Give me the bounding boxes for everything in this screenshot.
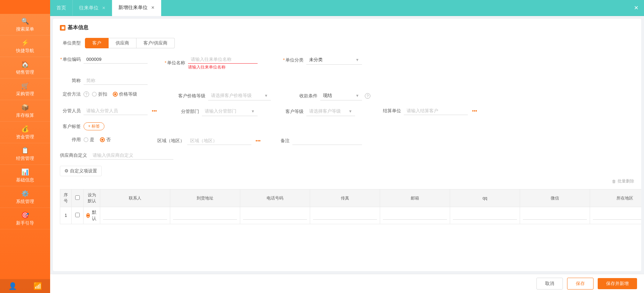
logo-area	[0, 0, 50, 14]
region-more-icon[interactable]: •••	[254, 138, 262, 144]
sidebar-item-inventory[interactable]: 📦 库存核算	[0, 100, 50, 122]
batch-delete-area: 🗑 批量删除	[60, 176, 634, 186]
unit-type-supplier-btn[interactable]: 供应商	[109, 38, 136, 48]
row-region-input[interactable]	[593, 211, 641, 220]
department-field: 分管部门 请输入分管部门 ▼	[178, 107, 283, 116]
col-address: 到货地址	[170, 189, 240, 207]
contacts-table: 序号 设为默认 联系人 到货地址 电话号码 传真 邮箱 qq 微信 所在地区 操…	[60, 189, 641, 224]
manager-row: 分管人员 ••• 分管部门 请输入分管部门 ▼ 客户等级 请选择客户等级 ▼	[60, 107, 634, 116]
content-area: ▣ 基本信息 单位类型 客户 供应商 客户/供应商 *单位编	[53, 19, 641, 271]
sidebar-item-quick-nav[interactable]: ⚡ 快捷导航	[0, 35, 50, 57]
department-select[interactable]: 请输入分管部门 ▼	[202, 107, 258, 116]
row-qq-input[interactable]	[453, 211, 517, 220]
tab-home[interactable]: 首页	[50, 0, 73, 16]
unit-type-both-btn[interactable]: 客户/供应商	[136, 38, 175, 48]
sidebar-item-sales[interactable]: 🏠 销售管理	[0, 57, 50, 79]
quick-nav-icon: ⚡	[21, 39, 29, 47]
payment-terms-help-icon[interactable]: ?	[365, 93, 370, 99]
sidebar-item-basics[interactable]: 📊 基础信息	[0, 165, 50, 186]
sidebar-item-operations[interactable]: 📋 经营管理	[0, 143, 50, 165]
manager-field: 分管人员 •••	[60, 107, 178, 115]
tab-bar: 首页 往来单位 ✕ 新增往来单位 ✕ ✕	[50, 0, 644, 16]
tab-partner-close-icon[interactable]: ✕	[102, 6, 105, 10]
sidebar-item-purchase[interactable]: 🛒 采购管理	[0, 79, 50, 100]
abbr-field: 简称	[60, 76, 164, 85]
sidebar-label-search: 搜索菜单	[16, 26, 34, 32]
row-fax-input[interactable]	[313, 211, 377, 220]
col-email: 邮箱	[380, 189, 450, 207]
payment-terms-select[interactable]: 现结 ▼	[320, 91, 362, 100]
disabled-yes-radio[interactable]	[84, 137, 88, 142]
row-phone-input[interactable]	[243, 211, 307, 220]
sidebar-item-finance[interactable]: 💰 资金管理	[0, 122, 50, 143]
disabled-no-radio[interactable]	[100, 137, 105, 142]
user-icon[interactable]: 👤	[8, 282, 17, 290]
tab-new-partner-label: 新增往来单位	[118, 5, 148, 11]
col-contact: 联系人	[100, 189, 170, 207]
unit-name-field-wrap: 请输入往来单位名称	[188, 55, 258, 70]
customer-price-level-arrow-icon: ▼	[264, 93, 268, 98]
save-button[interactable]: 保存	[567, 278, 594, 290]
save-new-button[interactable]: 保存并新增	[598, 278, 637, 289]
tag-add-button[interactable]: + 标签	[84, 122, 104, 130]
pricing-discount-option[interactable]: 折扣	[92, 91, 107, 97]
remark-input[interactable]	[292, 137, 362, 145]
manager-more-icon[interactable]: •••	[150, 108, 158, 114]
tab-bar-close-button[interactable]: ✕	[628, 0, 644, 16]
tab-partner-label: 往来单位	[79, 5, 99, 11]
operations-icon: 📋	[21, 147, 29, 154]
sidebar-item-system[interactable]: ⚙️ 系统管理	[0, 186, 50, 208]
unit-type-customer-btn[interactable]: 客户	[85, 38, 109, 48]
disabled-yes-option[interactable]: 是	[84, 137, 94, 143]
sidebar-item-guide[interactable]: 🎯 新手引导	[0, 208, 50, 229]
tab-new-partner[interactable]: 新增往来单位 ✕	[112, 0, 161, 16]
sidebar-item-search[interactable]: 🔍 搜索菜单	[0, 14, 50, 35]
settlement-input[interactable]	[404, 107, 468, 115]
unit-category-arrow-icon: ▼	[355, 58, 359, 62]
col-phone: 电话号码	[240, 189, 310, 207]
unit-category-select[interactable]: 未分类 ▼	[306, 55, 362, 65]
customer-level-select[interactable]: 请选择客户等级 ▼	[306, 107, 355, 116]
unit-name-label: *单位名称	[164, 60, 185, 66]
pricing-label: 定价方法	[60, 91, 81, 97]
custom-setting-button[interactable]: ⚙ 自定义项设置	[60, 166, 102, 176]
region-input[interactable]	[187, 137, 251, 145]
customer-price-level-select[interactable]: 请选择客户价格等级 ▼	[208, 91, 271, 100]
row-wechat-input[interactable]	[523, 211, 587, 220]
customer-level-label: 客户等级	[283, 108, 304, 115]
manager-input[interactable]	[84, 107, 148, 115]
pricing-discount-radio[interactable]	[92, 92, 97, 97]
table-row: 1 默认	[60, 207, 642, 224]
purchase-icon: 🛒	[21, 82, 29, 90]
unit-category-value: 未分类	[309, 57, 323, 63]
tab-new-partner-close-icon[interactable]: ✕	[151, 5, 155, 10]
pricing-level-radio[interactable]	[113, 92, 118, 97]
row-checkbox[interactable]	[75, 213, 80, 217]
row-contact-input[interactable]	[103, 211, 167, 220]
sidebar-label-system: 系统管理	[16, 198, 34, 205]
row-email-input[interactable]	[383, 211, 447, 220]
cancel-button[interactable]: 取消	[536, 278, 563, 290]
abbr-input[interactable]	[84, 76, 148, 85]
settlement-more-icon[interactable]: •••	[471, 108, 479, 114]
payment-terms-field: 收款条件 现结 ▼ ?	[297, 91, 634, 100]
pricing-help-icon[interactable]: ?	[84, 91, 89, 97]
row-default-radio-label[interactable]: 默认	[86, 209, 97, 222]
row-default-radio[interactable]	[86, 213, 90, 218]
unit-code-input[interactable]	[84, 55, 148, 64]
unit-category-field: *单位分类 未分类 ▼	[283, 55, 380, 65]
supplier-custom-input[interactable]	[90, 151, 173, 160]
col-region: 所在地区	[590, 189, 642, 207]
unit-type-group: 客户 供应商 客户/供应商	[85, 38, 175, 48]
section-title-text: 基本信息	[68, 24, 88, 31]
disabled-no-option[interactable]: 否	[100, 137, 111, 143]
pricing-level-option[interactable]: 价格等级	[113, 91, 137, 97]
row-qq	[450, 207, 520, 224]
payment-terms-label: 收款条件	[297, 93, 317, 99]
tab-partner[interactable]: 往来单位 ✕	[73, 0, 112, 16]
row-address-input[interactable]	[173, 211, 237, 220]
unit-name-input[interactable]	[188, 55, 258, 64]
settings-bottom-icon[interactable]: 📶	[33, 282, 42, 290]
select-all-checkbox[interactable]	[75, 195, 80, 200]
region-field: 区域（地区） •••	[157, 137, 269, 145]
